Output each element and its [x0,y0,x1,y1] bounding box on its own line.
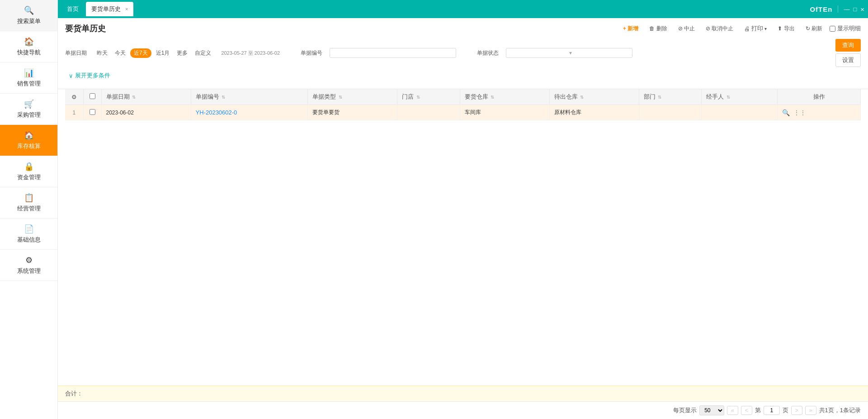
th-operation: 操作 [778,89,861,105]
page-number-input[interactable] [764,406,780,415]
pagination: 每页显示 50 100 200 « < 第 页 > » 共1页，1条记录 [58,401,868,419]
sidebar-item-label: 经营管理 [17,205,41,213]
sort-doc-no-icon: ⇅ [222,95,225,100]
date-btn-more[interactable]: 更多 [174,48,190,58]
th-req-warehouse[interactable]: 要货仓库 ⇅ [460,89,549,105]
th-department[interactable]: 部门 ⇅ [639,89,701,105]
th-store[interactable]: 门店 ⇅ [397,89,460,105]
cart-icon: 🛒 [24,99,34,109]
th-pending-warehouse[interactable]: 待出仓库 ⇅ [549,89,639,105]
th-doc-type[interactable]: 单据类型 ⇅ [308,89,397,105]
th-checkbox[interactable] [83,89,101,105]
sidebar-item-search[interactable]: 🔍 搜索菜单 [0,0,57,31]
date-btn-custom[interactable]: 自定义 [192,48,214,58]
doc-no-link[interactable]: YH-20230602-0 [196,109,237,116]
tab-home[interactable]: 首页 [61,2,84,16]
tab-close-button[interactable]: × [125,6,128,12]
th-doc-no[interactable]: 单据编号 ⇅ [191,89,308,105]
doc-number-label: 单据编号 [301,49,322,57]
active-tab-label: 要货单历史 [91,5,121,13]
print-dropdown-icon: ▾ [764,26,767,31]
th-date[interactable]: 单据日期 ⇅ [101,89,191,105]
dropdown-icon: ▾ [569,50,628,56]
page-suffix: 页 [783,406,788,414]
lock-icon: 🔒 [24,162,34,171]
filter-actions: 查询 设置 [835,39,861,67]
sidebar-item-sales[interactable]: 📊 销售管理 [0,62,57,94]
search-icon: 🔍 [24,5,34,15]
document-icon: 📄 [24,224,34,234]
prev-page-button[interactable]: < [741,406,752,415]
settings-icon: ⚙ [71,94,77,100]
tab-active[interactable]: 要货单历史 × [86,2,133,16]
expand-icon: ∨ [69,72,73,79]
expand-filter-button[interactable]: ∨ 展开更多条件 [65,70,114,81]
sidebar-item-basic-info[interactable]: 📄 基础信息 [0,219,57,250]
date-btn-yesterday[interactable]: 昨天 [94,48,110,58]
sidebar-item-operations[interactable]: 📋 经营管理 [0,187,57,219]
sidebar-item-inventory[interactable]: 🏠 库存核算 [0,125,57,156]
th-doc-type-label: 单据类型 [312,93,336,100]
export-button[interactable]: ⬆ 导出 [774,23,798,34]
table-row: 1 2023-06-02 YH-20230602-0 要货单要货 车间库 原材料… [65,105,861,120]
more-action-icon[interactable]: ⋮⋮ [793,109,806,116]
row-index: 1 [65,105,83,120]
topbar-right: OfTEn — □ × [810,5,864,13]
settings-button[interactable]: 设置 [835,53,861,67]
date-btn-today[interactable]: 今天 [112,48,128,58]
sidebar-item-label: 快捷导航 [17,48,41,57]
last-page-button[interactable]: » [805,406,816,415]
view-action-icon[interactable]: 🔍 [782,109,790,116]
refresh-button[interactable]: ↻ 刷新 [802,23,826,34]
sidebar-item-finance[interactable]: 🔒 资金管理 [0,156,57,187]
show-detail-input[interactable] [830,26,835,32]
print-icon: 🖨 [744,25,750,32]
doc-status-select[interactable]: ▾ [506,48,632,58]
th-pending-warehouse-label: 待出仓库 [554,93,578,100]
content-area: 要货单历史 + 新增 🗑 删除 ⊘ 中止 ⊘ 取消中止 🖨 打印 ▾ ⬆ 导出 … [58,18,868,419]
per-page-select[interactable]: 50 100 200 [699,405,724,415]
sidebar-item-purchase[interactable]: 🛒 采购管理 [0,94,57,125]
sidebar-item-system[interactable]: ⚙ 系统管理 [0,250,57,281]
row-select-checkbox[interactable] [90,109,95,115]
row-checkbox[interactable] [83,105,101,120]
sidebar-item-label: 系统管理 [17,267,41,275]
th-date-label: 单据日期 [106,93,130,100]
first-page-button[interactable]: « [727,406,738,415]
new-button[interactable]: + 新增 [619,23,642,34]
filter-row-expand: ∨ 展开更多条件 [65,70,861,81]
close-button[interactable]: × [860,5,864,13]
stop-button[interactable]: ⊘ 中止 [675,23,698,34]
delete-button[interactable]: 🗑 删除 [646,23,670,34]
th-settings[interactable]: ⚙ [65,89,83,105]
date-btn-7days[interactable]: 近7天 [130,48,151,58]
row-department [639,105,701,120]
sort-handler-icon: ⇅ [726,95,730,100]
select-all-checkbox[interactable] [90,93,95,99]
filter-row-1: 单据日期 昨天 今天 近7天 近1月 更多 自定义 2023-05-27 至 2… [65,39,861,67]
sort-doc-type-icon: ⇅ [339,95,342,100]
filter-area: 单据日期 昨天 今天 近7天 近1月 更多 自定义 2023-05-27 至 2… [58,34,868,89]
date-btn-1month[interactable]: 近1月 [153,48,173,58]
minimize-button[interactable]: — [844,6,849,13]
date-range-display: 2023-05-27 至 2023-06-02 [221,50,280,57]
row-doc-no[interactable]: YH-20230602-0 [191,105,308,120]
query-button[interactable]: 查询 [835,39,861,52]
toolbar: + 新增 🗑 删除 ⊘ 中止 ⊘ 取消中止 🖨 打印 ▾ ⬆ 导出 ↻ 刷新 显… [619,23,861,34]
th-handler[interactable]: 经手人 ⇅ [702,89,778,105]
maximize-button[interactable]: □ [853,6,857,13]
cancel-stop-button[interactable]: ⊘ 取消中止 [702,23,737,34]
sort-department-icon: ⇅ [658,95,661,100]
page-title: 要货单历史 [65,23,106,34]
show-detail-checkbox[interactable]: 显示明细 [830,24,861,33]
print-button[interactable]: 🖨 打印 ▾ [741,23,770,34]
show-detail-label: 显示明细 [837,24,861,33]
sort-req-warehouse-icon: ⇅ [491,95,494,100]
doc-number-input[interactable] [330,48,456,58]
th-doc-no-label: 单据编号 [196,93,219,100]
next-page-button[interactable]: > [791,406,802,415]
sidebar-item-quick-nav[interactable]: 🏠 快捷导航 [0,31,57,62]
th-department-label: 部门 [644,93,656,100]
sort-store-icon: ⇅ [416,95,420,100]
row-req-warehouse: 车间库 [460,105,549,120]
